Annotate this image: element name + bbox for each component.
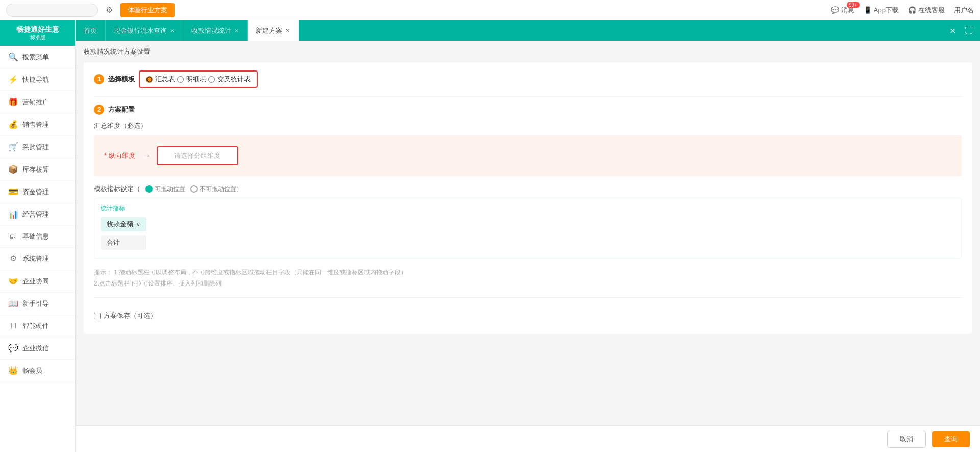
sidebar-item-label: 基础信息 [22, 232, 49, 241]
lightning-icon: ⚡ [8, 75, 18, 84]
tab-receivable-stat[interactable]: 收款情况统计 ✕ [183, 20, 248, 41]
metrics-area-label: 统计指标 [101, 204, 955, 213]
sidebar-item-hardware[interactable]: 🖥 智能硬件 [0, 315, 75, 337]
tab-bar: 首页 现金银行流水查询 ✕ 收款情况统计 ✕ 新建方案 ✕ ✕ ⛶ [76, 20, 980, 41]
page-content: 收款情况统计方案设置 1 选择模板 汇总表 [76, 41, 980, 425]
sidebar-item-wechat[interactable]: 💬 企业微信 [0, 337, 75, 360]
step1-num: 1 [94, 74, 104, 84]
sidebar-item-search[interactable]: 🔍 搜索菜单 [0, 46, 75, 68]
radio-detail-label: 明细表 [186, 75, 206, 84]
divider-2 [94, 297, 962, 298]
logo-text: 畅捷通好生意 [16, 25, 59, 34]
tab-cash-flow[interactable]: 现金银行流水查询 ✕ [106, 20, 183, 41]
tip-1: 提示： 1.拖动标题栏可以调整布局，不可跨维度或指标区域拖动栏目字段（只能在同一… [94, 267, 962, 278]
sidebar-item-guide[interactable]: 📖 新手引导 [0, 293, 75, 315]
sidebar-item-inventory[interactable]: 📦 库存核算 [0, 158, 75, 181]
sidebar-item-sales[interactable]: 💰 销售管理 [0, 113, 75, 136]
metrics-area: 统计指标 收款金额 ∨ 合计 [94, 198, 962, 259]
monitor-icon: 🖥 [8, 321, 18, 330]
money-icon: 💰 [8, 120, 18, 129]
dim-row-label: * 纵向维度 [104, 151, 135, 160]
tab-receivable-stat-close[interactable]: ✕ [234, 28, 239, 34]
gift-icon: 🎁 [8, 97, 18, 107]
book-icon: 📖 [8, 299, 18, 308]
metrics-config-label: 模板指标设定（ [94, 184, 140, 194]
dimension-row: * 纵向维度 → 请选择分组维度 [104, 146, 238, 165]
header-right: 💬 消息 99+ 📱 App下载 🎧 在线客服 用户名 [831, 6, 974, 15]
sidebar-item-label: 经营管理 [22, 210, 49, 219]
sidebar-item-member[interactable]: 👑 畅会员 [0, 360, 75, 382]
tab-expand-icon[interactable]: ⛶ [963, 25, 975, 37]
tab-home-label: 首页 [84, 26, 97, 35]
metrics-config: 模板指标设定（ 可拖动位置 不可拖动位置） 统计指标 [94, 184, 962, 259]
divider-1 [94, 96, 962, 97]
sidebar-item-label: 搜索菜单 [22, 53, 49, 62]
movable-dot-active [145, 185, 153, 193]
sidebar-item-label: 快捷导航 [22, 75, 49, 84]
step1-header: 1 选择模板 汇总表 明细表 [94, 70, 962, 88]
chart-icon: 📊 [8, 209, 18, 219]
trial-button[interactable]: 体验行业方案 [120, 3, 175, 17]
user-area[interactable]: 用户名 [954, 6, 974, 15]
sidebar-item-label: 智能硬件 [22, 321, 49, 330]
message-icon: 💬 [831, 6, 839, 14]
sidebar-item-purchase[interactable]: 🛒 采购管理 [0, 136, 75, 158]
radio-summary[interactable]: 汇总表 [146, 75, 175, 84]
sidebar-item-basic[interactable]: 🗂 基础信息 [0, 226, 75, 248]
radio-summary-input[interactable] [146, 76, 153, 83]
tab-receivable-stat-label: 收款情况统计 [191, 26, 231, 35]
message-badge: 99+ [847, 2, 860, 8]
sidebar: 畅捷通好生意 标准版 🔍 搜索菜单 ⚡ 快捷导航 🎁 营销推广 💰 销售管理 🛒… [0, 20, 76, 452]
main-card: 1 选择模板 汇总表 明细表 [84, 62, 972, 334]
tab-home[interactable]: 首页 [76, 20, 106, 41]
radio-crosstab[interactable]: 交叉统计表 [208, 75, 251, 84]
sidebar-item-system[interactable]: ⚙ 系统管理 [0, 248, 75, 270]
logo-sub: 标准版 [30, 34, 45, 41]
sidebar-item-finance[interactable]: 💳 资金管理 [0, 181, 75, 203]
cart-icon: 🛒 [8, 142, 18, 152]
radio-detail-input[interactable] [177, 76, 184, 83]
sidebar-item-corp[interactable]: 🤝 企业协同 [0, 270, 75, 293]
tip-2: 2.点击标题栏下拉可设置排序、插入列和删除列 [94, 278, 962, 290]
sidebar-item-label: 畅会员 [22, 366, 42, 375]
step1-title: 选择模板 [108, 75, 135, 84]
user-name: 用户名 [954, 6, 974, 15]
tab-cash-flow-close[interactable]: ✕ [170, 28, 175, 34]
tab-cash-flow-label: 现金银行流水查询 [114, 26, 167, 35]
tab-close-icon[interactable]: ✕ [946, 25, 959, 37]
service-button[interactable]: 🎧 在线客服 [908, 6, 945, 15]
cancel-button[interactable]: 取消 [887, 431, 926, 448]
save-checkbox[interactable] [94, 313, 101, 319]
radio-crosstab-input[interactable] [208, 76, 215, 83]
box-icon: 📦 [8, 164, 18, 174]
radio-summary-label: 汇总表 [155, 75, 175, 84]
gear-icon[interactable]: ⚙ [102, 3, 116, 17]
headset-icon: 🎧 [908, 6, 916, 14]
step1-section: 1 选择模板 汇总表 明细表 [94, 70, 962, 88]
sidebar-item-label: 企业微信 [22, 344, 49, 353]
dimension-selector[interactable]: 请选择分组维度 [157, 146, 238, 165]
sidebar-item-quick-nav[interactable]: ⚡ 快捷导航 [0, 68, 75, 91]
tab-new-plan[interactable]: 新建方案 ✕ [248, 20, 299, 41]
step2-num: 2 [94, 105, 104, 115]
download-button[interactable]: 📱 App下载 [864, 6, 899, 15]
sidebar-item-marketing[interactable]: 🎁 营销推广 [0, 91, 75, 113]
service-label: 在线客服 [918, 6, 945, 15]
sidebar-item-label: 企业协同 [22, 277, 49, 286]
tab-new-plan-close[interactable]: ✕ [285, 28, 290, 34]
metrics-header: 模板指标设定（ 可拖动位置 不可拖动位置） [94, 184, 962, 194]
step2-title: 方案配置 [108, 105, 135, 114]
movable-label: 可拖动位置 [155, 185, 185, 194]
metric-chip-amount[interactable]: 收款金额 ∨ [101, 217, 146, 231]
query-button[interactable]: 查询 [932, 431, 970, 447]
footer-bar: 取消 查询 [76, 425, 980, 452]
chat-icon: 💬 [8, 343, 18, 353]
save-option: 方案保存（可选） [94, 306, 962, 325]
radio-detail[interactable]: 明细表 [177, 75, 206, 84]
step2-header: 2 方案配置 [94, 105, 962, 115]
search-icon: 🔍 [8, 52, 18, 62]
movable-dot-inactive [190, 185, 198, 193]
search-input[interactable] [6, 4, 98, 17]
sidebar-item-operations[interactable]: 📊 经营管理 [0, 203, 75, 226]
message-button[interactable]: 💬 消息 99+ [831, 6, 854, 15]
